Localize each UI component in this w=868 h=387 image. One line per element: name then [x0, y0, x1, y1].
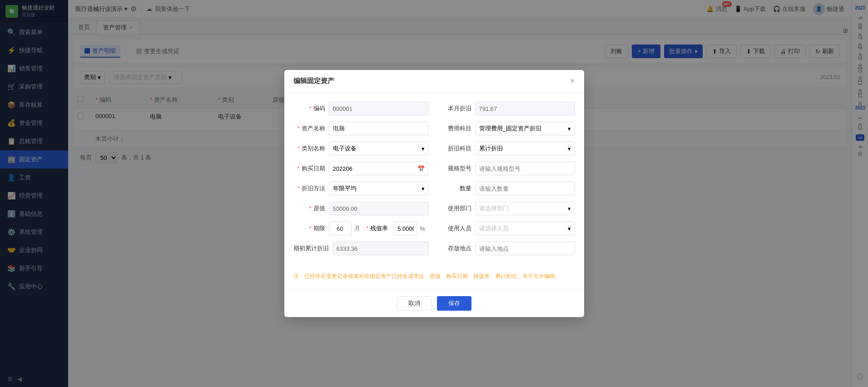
modal-close-button[interactable]: × [570, 76, 575, 86]
form-note: 注：已经存在变更记录或者对应固定资产已经生成凭证，原值、购买日期、残值率、累计折… [293, 273, 575, 280]
form-row-period: 期限 月 * 残值率 % [293, 222, 429, 235]
dept-label: 使用部门 [440, 204, 471, 213]
expense-subject-label: 费用科目 [440, 124, 471, 133]
note-text: 注：已经存在变更记录或者对应固定资产已经生成凭证，原值、购买日期、残值率、累计折… [293, 273, 560, 279]
calendar-icon: 📅 [417, 165, 425, 172]
person-label: 使用人员 [440, 224, 471, 233]
period-group: 月 * 残值率 % [329, 222, 425, 235]
chevron-down-icon: ▾ [568, 145, 571, 152]
purchase-date-value: 202206 [333, 165, 352, 172]
chevron-down-icon: ▾ [568, 225, 571, 232]
dep-subject-value: 累计折旧 [479, 144, 503, 153]
period-label: 期限 [293, 224, 325, 233]
modal-title: 编辑固定资产 [293, 77, 334, 85]
form-row-expense-subject: 费用科目 管理费用_固定资产折旧 ▾ [440, 122, 575, 135]
form-row-dep-subject: 折旧科目 累计折旧 ▾ [440, 142, 575, 155]
code-label: 编码 [293, 104, 325, 113]
form-row-location: 存放地点 [440, 242, 575, 255]
expense-subject-value: 管理费用_固定资产折旧 [479, 124, 541, 133]
category-label: 类别名称 [293, 144, 325, 153]
initial-dep-input[interactable] [332, 242, 429, 255]
modal-footer: 取消 保存 [284, 289, 584, 317]
code-input[interactable] [329, 102, 429, 115]
form-left-col: 编码 资产名称 类别名称 电子设备 ▾ [293, 102, 429, 262]
original-value-label: 原值 [293, 204, 325, 213]
purchase-date-input[interactable]: 202206 📅 [329, 162, 429, 175]
period-input[interactable] [329, 222, 352, 235]
chevron-down-icon: ▾ [422, 145, 425, 152]
chevron-down-icon: ▾ [422, 185, 425, 192]
form-grid: 编码 资产名称 类别名称 电子设备 ▾ [293, 102, 575, 280]
form-row-person: 使用人员 请选择人员 ▾ [440, 222, 575, 235]
dept-placeholder: 请选择部门 [479, 204, 509, 213]
form-row-dept: 使用部门 请选择部门 ▾ [440, 202, 575, 215]
purchase-date-label: 购买日期 [293, 164, 325, 173]
monthly-dep-label: 本月折旧 [440, 104, 471, 113]
location-label: 存放地点 [440, 244, 471, 253]
form-row-code: 编码 [293, 102, 429, 115]
period-unit: 月 [354, 224, 360, 233]
form-right-col: 本月折旧 费用科目 管理费用_固定资产折旧 ▾ 折旧科目 累计折旧 [440, 102, 575, 262]
chevron-down-icon: ▾ [568, 205, 571, 212]
dept-select[interactable]: 请选择部门 ▾ [475, 202, 575, 215]
dep-method-value: 年限平均 [333, 184, 357, 193]
expense-subject-select[interactable]: 管理费用_固定资产折旧 ▾ [475, 122, 575, 135]
quantity-input[interactable] [475, 182, 575, 195]
original-value-input[interactable] [329, 202, 429, 215]
form-row-category: 类别名称 电子设备 ▾ [293, 142, 429, 155]
dep-method-label: 折旧方法 [293, 184, 325, 193]
model-input[interactable] [475, 162, 575, 175]
dep-method-select[interactable]: 年限平均 ▾ [329, 182, 429, 195]
form-row-asset-name: 资产名称 [293, 122, 429, 135]
form-row-original-value: 原值 [293, 202, 429, 215]
residual-rate-label-inline: * 残值率 [367, 224, 388, 233]
category-value: 电子设备 [333, 144, 357, 153]
form-row-purchase-date: 购买日期 202206 📅 [293, 162, 429, 175]
category-select[interactable]: 电子设备 ▾ [329, 142, 429, 155]
cancel-btn-label: 取消 [408, 300, 420, 307]
form-row-quantity: 数量 [440, 182, 575, 195]
quantity-label: 数量 [440, 184, 471, 193]
person-select[interactable]: 请选择人员 ▾ [475, 222, 575, 235]
modal-header: 编辑固定资产 × [284, 70, 584, 93]
cancel-button[interactable]: 取消 [397, 296, 432, 311]
modal-overlay: 编辑固定资产 × 编码 资产名称 类别名称 [0, 0, 868, 387]
model-label: 规格型号 [440, 164, 471, 173]
save-button[interactable]: 保存 [437, 296, 471, 311]
form-row-initial-dep: 期初累计折旧 [293, 242, 429, 255]
location-input[interactable] [475, 242, 575, 255]
dep-subject-select[interactable]: 累计折旧 ▾ [475, 142, 575, 155]
monthly-dep-input [475, 102, 575, 115]
chevron-down-icon: ▾ [568, 125, 571, 132]
asset-name-input[interactable] [329, 122, 429, 135]
form-row-model: 规格型号 [440, 162, 575, 175]
save-btn-label: 保存 [448, 300, 460, 307]
form-row-monthly-dep: 本月折旧 [440, 102, 575, 115]
asset-name-label: 资产名称 [293, 124, 325, 133]
edit-asset-modal: 编辑固定资产 × 编码 资产名称 类别名称 [284, 70, 584, 317]
residual-rate-unit: % [420, 225, 425, 232]
modal-body: 编码 资产名称 类别名称 电子设备 ▾ [284, 93, 584, 289]
residual-rate-input[interactable] [394, 222, 417, 235]
person-placeholder: 请选择人员 [479, 224, 509, 233]
form-row-dep-method: 折旧方法 年限平均 ▾ [293, 182, 429, 195]
dep-subject-label: 折旧科目 [440, 144, 471, 153]
initial-dep-label: 期初累计折旧 [293, 244, 329, 253]
